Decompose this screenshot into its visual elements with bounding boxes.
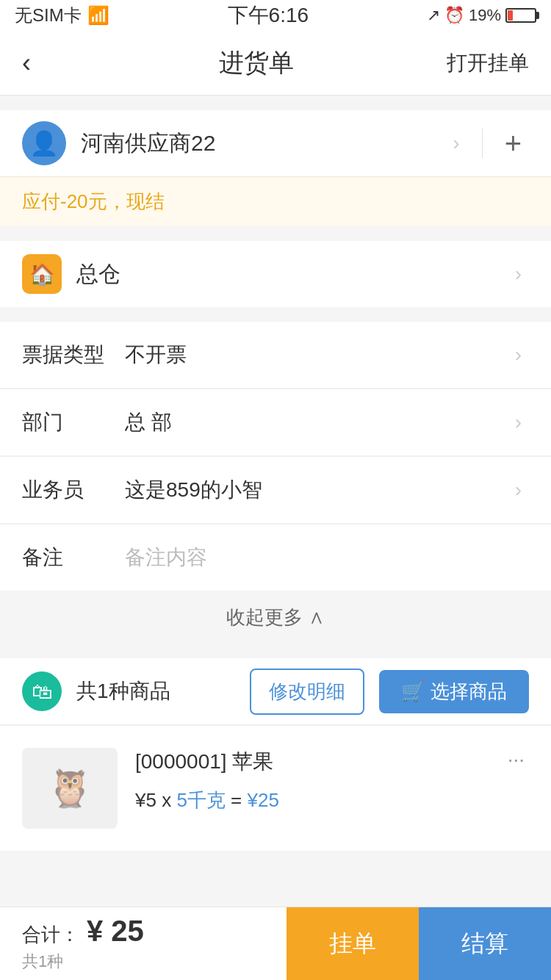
status-time: 下午6:16 bbox=[228, 1, 309, 29]
product-header: 🛍 共1种商品 修改明细 🛒 选择商品 bbox=[0, 658, 551, 724]
department-label: 部门 bbox=[22, 408, 125, 436]
product-info: [0000001] 苹果 ¥5 x 5千克 = ¥25 bbox=[135, 748, 503, 813]
bottom-bar: 合计： ¥ 25 共1种 挂单 结算 bbox=[0, 907, 551, 980]
product-more-button[interactable]: ··· bbox=[503, 748, 529, 771]
back-button[interactable]: ‹ bbox=[22, 48, 66, 79]
quantity: 5千克 bbox=[176, 789, 225, 811]
location-icon: ↗ bbox=[427, 6, 440, 25]
invoice-type-label: 票据类型 bbox=[22, 341, 125, 369]
product-price-row: ¥5 x 5千克 = ¥25 bbox=[135, 788, 503, 813]
warehouse-section: 🏠 总仓 › bbox=[0, 241, 551, 307]
warehouse-icon-bg: 🏠 bbox=[22, 254, 62, 294]
product-count-label: 共1种商品 bbox=[76, 677, 250, 705]
confirm-label: 结算 bbox=[461, 928, 508, 960]
product-thumb-owl-icon: 🦉 bbox=[47, 767, 93, 810]
supplier-chevron-icon[interactable]: › bbox=[445, 131, 467, 155]
page-title: 进货单 bbox=[219, 46, 294, 80]
avatar: 👤 bbox=[22, 121, 66, 165]
product-thumbnail: 🦉 bbox=[22, 748, 118, 829]
total-section: 合计： ¥ 25 共1种 bbox=[0, 915, 287, 973]
battery-icon bbox=[505, 8, 536, 23]
add-button[interactable]: + bbox=[497, 127, 529, 160]
select-product-button[interactable]: 🛒 选择商品 bbox=[379, 670, 529, 713]
total-label: 合计： bbox=[22, 922, 79, 948]
total-row: 合计： ¥ 25 bbox=[22, 915, 264, 948]
open-pending-button[interactable]: 打开挂单 bbox=[447, 49, 529, 77]
remark-row[interactable]: 备注 备注内容 bbox=[0, 525, 551, 591]
warehouse-label: 总仓 bbox=[76, 259, 508, 289]
gap-3 bbox=[0, 307, 551, 322]
total-amount: ¥ 25 bbox=[87, 915, 144, 948]
invoice-type-value: 不开票 bbox=[125, 341, 508, 369]
select-product-icon: 🛒 bbox=[401, 680, 425, 703]
notice-bar: 应付-20元，现结 bbox=[0, 176, 551, 226]
product-count-icon: 🛍 bbox=[22, 671, 62, 711]
cart-icon: 🛍 bbox=[32, 680, 52, 704]
invoice-type-row[interactable]: 票据类型 不开票 › bbox=[0, 322, 551, 388]
supplier-row[interactable]: 👤 河南供应商22 › + bbox=[0, 110, 551, 176]
person-icon: 👤 bbox=[29, 129, 59, 157]
warehouse-row[interactable]: 🏠 总仓 › bbox=[0, 241, 551, 307]
department-row[interactable]: 部门 总 部 › bbox=[0, 389, 551, 455]
alarm-icon: ⏰ bbox=[444, 6, 464, 25]
status-left: 无SIM卡 📶 bbox=[15, 4, 109, 27]
invoice-type-chevron-icon[interactable]: › bbox=[508, 343, 529, 367]
warehouse-chevron-icon[interactable]: › bbox=[508, 262, 529, 286]
product-item: 🦉 [0000001] 苹果 ¥5 x 5千克 = ¥25 ··· bbox=[0, 726, 551, 851]
confirm-button[interactable]: 结算 bbox=[419, 907, 551, 981]
nav-bar: ‹ 进货单 打开挂单 bbox=[0, 31, 551, 96]
salesman-row[interactable]: 业务员 这是859的小智 › bbox=[0, 457, 551, 523]
remark-label: 备注 bbox=[22, 544, 125, 572]
total-price: ¥25 bbox=[248, 789, 279, 811]
notice-text: 应付-20元，现结 bbox=[22, 190, 165, 212]
total-count: 共1种 bbox=[22, 951, 264, 973]
remark-placeholder: 备注内容 bbox=[125, 544, 529, 572]
department-value: 总 部 bbox=[125, 408, 508, 436]
product-name: [0000001] 苹果 bbox=[135, 748, 503, 776]
department-chevron-icon[interactable]: › bbox=[508, 411, 529, 434]
collapse-bar[interactable]: 收起更多 ∧ bbox=[0, 591, 551, 644]
warehouse-icon: 🏠 bbox=[29, 262, 55, 287]
select-product-label: 选择商品 bbox=[431, 679, 507, 705]
salesman-label: 业务员 bbox=[22, 476, 125, 504]
collapse-label: 收起更多 ∧ bbox=[226, 605, 324, 630]
salesman-value: 这是859的小智 bbox=[125, 476, 508, 504]
form-section: 票据类型 不开票 › 部门 总 部 › 业务员 这是859的小智 › 备注 备注… bbox=[0, 322, 551, 591]
pending-button[interactable]: 挂单 bbox=[287, 907, 419, 981]
pending-label: 挂单 bbox=[329, 928, 376, 960]
status-bar: 无SIM卡 📶 下午6:16 ↗ ⏰ 19% bbox=[0, 0, 551, 31]
gap-2 bbox=[0, 226, 551, 241]
product-section: 🛍 共1种商品 修改明细 🛒 选择商品 🦉 [0000001] 苹果 ¥5 x … bbox=[0, 658, 551, 851]
vertical-divider bbox=[482, 129, 483, 158]
salesman-chevron-icon[interactable]: › bbox=[508, 478, 529, 502]
gap-4 bbox=[0, 644, 551, 658]
edit-detail-button[interactable]: 修改明细 bbox=[250, 669, 364, 715]
equals: = bbox=[231, 789, 247, 811]
carrier-label: 无SIM卡 bbox=[15, 4, 82, 27]
supplier-section: 👤 河南供应商22 › + 应付-20元，现结 bbox=[0, 110, 551, 226]
status-right: ↗ ⏰ 19% bbox=[427, 6, 536, 25]
wifi-icon: 📶 bbox=[87, 5, 109, 26]
product-code: [0000001] 苹果 bbox=[135, 750, 273, 773]
supplier-name: 河南供应商22 bbox=[81, 129, 445, 159]
unit-price: ¥5 x bbox=[135, 789, 176, 811]
gap-1 bbox=[0, 96, 551, 110]
battery-percent: 19% bbox=[469, 6, 501, 25]
